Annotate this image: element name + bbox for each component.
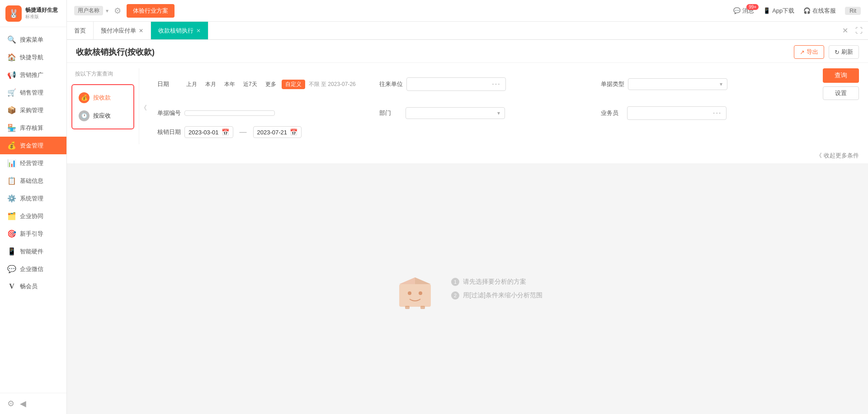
close-tab-icon[interactable]: ✕ (842, 26, 848, 35)
empty-tips: 1 请先选择要分析的方案 2 用[过滤]条件来缩小分析范围 (451, 278, 542, 300)
date-btn-this-year[interactable]: 本年 (222, 80, 238, 89)
prepay-tab-close-icon[interactable]: ✕ (139, 28, 143, 34)
sidebar-item-finance[interactable]: 💰 资金管理 (0, 137, 66, 154)
export-icon: ↗ (800, 49, 805, 56)
message-button[interactable]: 💬 消息 99+ (733, 7, 754, 15)
filter-row-3: 核销日期 2023-03-01 📅 — 2023-07-21 📅 (157, 126, 859, 138)
bill-type-field: 单据类型 ▾ (601, 78, 814, 90)
sidebar-item-search[interactable]: 🔍 搜索菜单 (0, 31, 66, 48)
sidebar-item-purchase[interactable]: 📦 采购管理 (0, 101, 66, 119)
date-btn-custom[interactable]: 自定义 (282, 80, 305, 89)
date-btn-last-month[interactable]: 上月 (184, 80, 200, 89)
sidebar-item-label: 库存核算 (20, 124, 43, 132)
counterparty-label: 往来单位 (379, 80, 403, 88)
sidebar-item-label: 快捷导航 (20, 53, 43, 62)
topbar-user: 用户名称 ▾ (74, 6, 108, 15)
tab-collection[interactable]: 收款核销执行 ✕ (151, 22, 208, 39)
logo-text: 畅捷通好生意 标准版 (25, 7, 58, 19)
service-icon: 🎧 (803, 7, 811, 14)
sidebar-footer: ⚙ ◀ (0, 393, 66, 414)
date-btn-this-month[interactable]: 本月 (203, 80, 219, 89)
filter-area: 按以下方案查询 💰 按收款 🕐 按应收 《 (67, 63, 868, 150)
department-label: 部门 (379, 109, 402, 117)
sidebar-item-marketing[interactable]: 📢 营销推广 (0, 66, 66, 84)
sidebar-item-quicknav[interactable]: 🏠 快捷导航 (0, 48, 66, 66)
sidebar-item-label: 企业微信 (20, 265, 43, 273)
empty-illustration (392, 268, 438, 309)
refresh-button[interactable]: ↻ 刷新 (829, 45, 859, 59)
date-range-text: 不限 至 2023-07-26 (309, 81, 356, 88)
sidebar-item-label: 销售管理 (20, 89, 43, 97)
sidebar-item-label: 系统管理 (20, 195, 43, 203)
sidebar-item-basicinfo[interactable]: 📋 基础信息 (0, 172, 66, 190)
settings-button[interactable]: 设置 (823, 86, 859, 100)
empty-inner: 1 请先选择要分析的方案 2 用[过滤]条件来缩小分析范围 (392, 268, 542, 309)
staff-label: 业务员 (601, 109, 623, 117)
filter-actions: 查询 设置 (823, 68, 859, 100)
bill-type-arrow-icon: ▾ (720, 81, 722, 87)
online-service-button[interactable]: 🎧 在线客服 (803, 7, 836, 15)
svg-point-3 (408, 291, 411, 295)
query-button[interactable]: 查询 (823, 68, 859, 83)
sidebar-item-label: 资金管理 (20, 142, 43, 150)
bill-no-input[interactable] (184, 110, 275, 116)
sidebar: 🐰 畅捷通好生意 标准版 🔍 搜索菜单 🏠 快捷导航 📢 营销推广 🛒 销售管理… (0, 0, 67, 414)
export-button[interactable]: ↗ 导出 (794, 45, 824, 59)
sidebar-item-label: 企业协同 (20, 212, 43, 220)
tip-text-2: 用[过滤]条件来缩小分析范围 (463, 291, 542, 300)
tabbar-controls: ✕ ⛶ (837, 22, 868, 39)
message-icon: 💬 (733, 7, 741, 14)
sidebar-collapse-button[interactable]: 《 (139, 72, 148, 144)
content-area: 收款核销执行(按收款) ↗ 导出 ↻ 刷新 按以下方案查询 💰 (67, 40, 868, 414)
tip-num-2: 2 (451, 291, 459, 300)
verify-date-field: 核销日期 2023-03-01 📅 — 2023-07-21 📅 (157, 126, 859, 138)
sidebar-item-inventory[interactable]: 🏪 库存核算 (0, 119, 66, 137)
logo-icon: 🐰 (5, 5, 22, 22)
tab-home[interactable]: 首页 (67, 22, 94, 39)
collapse-more-button[interactable]: 《 收起更多条件 (67, 150, 868, 163)
sidebar-item-newbie[interactable]: 🎯 新手引导 (0, 225, 66, 243)
system-icon: ⚙️ (7, 194, 16, 203)
sidebar-item-wechat[interactable]: 💬 企业微信 (0, 260, 66, 278)
svg-point-4 (419, 291, 422, 295)
sidebar-logo: 🐰 畅捷通好生意 标准版 (0, 0, 66, 27)
staff-select[interactable]: ··· (627, 106, 726, 120)
counterparty-select[interactable]: ··· (406, 77, 506, 91)
collapse-sidebar-icon[interactable]: ◀ (20, 399, 26, 409)
chevron-down-icon[interactable]: ▾ (106, 8, 108, 14)
settings-icon[interactable]: ⚙ (7, 399, 14, 409)
svg-rect-6 (420, 306, 425, 309)
date-field: 日期 上月 本月 本年 近7天 更多 自定义 不限 至 2023-07-26 (157, 80, 370, 89)
expand-icon[interactable]: ⛶ (855, 27, 863, 35)
collection-tab-close-icon[interactable]: ✕ (196, 28, 201, 34)
main-area: 用户名称 ▾ ⚙ 体验行业方案 💬 消息 99+ 📱 App下载 🎧 在线客服 … (67, 0, 868, 414)
page-title: 收款核销执行(按收款) (76, 47, 155, 57)
date-btn-more[interactable]: 更多 (263, 80, 279, 89)
bill-type-label: 单据类型 (601, 80, 624, 88)
solution-button[interactable]: 体验行业方案 (127, 4, 175, 18)
sidebar-item-business[interactable]: 📊 经营管理 (0, 154, 66, 172)
filter-option-receivable[interactable]: 🕐 按应收 (76, 107, 130, 125)
message-badge: 99+ (746, 4, 759, 10)
filter-option-receipt[interactable]: 💰 按收款 (76, 89, 130, 107)
date-group: 上月 本月 本年 近7天 更多 自定义 (184, 80, 305, 89)
basicinfo-icon: 📋 (7, 176, 16, 185)
sidebar-item-member[interactable]: V 畅会员 (0, 278, 66, 295)
verify-date-end-input[interactable]: 2023-07-21 📅 (253, 126, 302, 138)
date-btn-7days[interactable]: 近7天 (241, 80, 260, 89)
topbar-gear-icon[interactable]: ⚙ (114, 6, 121, 16)
sidebar-item-system[interactable]: ⚙️ 系统管理 (0, 190, 66, 207)
sidebar-item-label: 搜索菜单 (20, 36, 43, 44)
app-download-button[interactable]: 📱 App下载 (763, 7, 794, 15)
verify-date-start-input[interactable]: 2023-03-01 📅 (184, 126, 233, 138)
sidebar-item-hardware[interactable]: 📱 智能硬件 (0, 243, 66, 260)
sidebar-item-enterprise[interactable]: 🗂️ 企业协同 (0, 207, 66, 225)
sidebar-item-sales[interactable]: 🛒 销售管理 (0, 84, 66, 101)
tab-prepay[interactable]: 预付冲应付单 ✕ (94, 22, 151, 39)
receivable-option-label: 按应收 (93, 112, 111, 120)
department-select[interactable]: ▾ (406, 107, 505, 119)
verify-date-start-text: 2023-03-01 (189, 129, 219, 136)
receipt-option-icon: 💰 (79, 92, 90, 103)
bill-type-select[interactable]: ▾ (628, 78, 727, 90)
receipt-option-label: 按收款 (93, 94, 111, 102)
